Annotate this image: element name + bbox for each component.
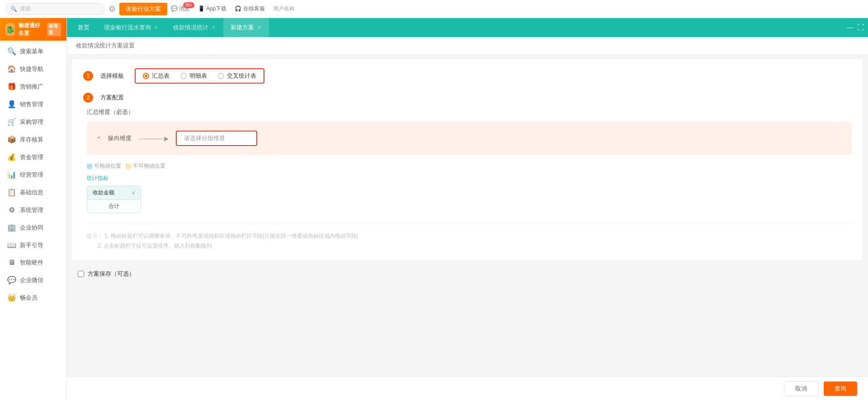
template-options: 汇总表 明细表 交叉统计表 [135,68,264,84]
operations-icon: 📊 [7,170,16,179]
sidebar-label-hardware: 智能硬件 [20,259,43,267]
legend-fixed-label: 不可拖动位置 [133,162,165,170]
tab-bar-right: — ⛶ [846,24,864,32]
metrics-header[interactable]: 收款金额 ∨ [87,186,141,200]
main-layout: 🐉 畅捷通好生意 标准版 🔍 搜索菜单 🏠 快捷导航 🎁 营销推广 👤 销售管理 [0,18,868,400]
sidebar-label-basic-info: 基础信息 [20,188,43,197]
sidebar-item-guide[interactable]: 📖 新手引导 [0,236,66,254]
sidebar-label-marketing: 营销推广 [20,83,43,91]
radio-label-cross: 交叉统计表 [227,72,256,80]
sidebar-item-hardware[interactable]: 🖥 智能硬件 [0,254,66,271]
tab-bar: 首页 现金银行流水查询 × 收款情况统计 × 新建方案 × — ⛶ [67,18,868,37]
sidebar-label-finance: 资金管理 [20,153,43,161]
sidebar-item-operations[interactable]: 📊 经营管理 [0,166,66,184]
dimension-area: * 纵向维度 ———— ▶ 请选择分组维度 [87,122,852,155]
sidebar-label-system: 系统管理 [20,206,43,214]
tab-home[interactable]: 首页 [71,18,97,37]
sidebar-item-wechat[interactable]: 💬 企业微信 [0,271,66,289]
legend-fixed: 不可拖动位置 [126,162,165,170]
save-label: 方案保存（可选） [88,270,135,278]
radio-cross[interactable]: 交叉统计表 [218,72,256,80]
sidebar-label-member: 畅会员 [20,294,38,302]
step1-label: 选择模板 [100,72,124,80]
radio-label-summary: 汇总表 [152,72,170,80]
step1-badge: 1 [83,71,93,81]
dimension-row: * 纵向维度 ———— ▶ 请选择分组维度 [98,131,841,146]
step2-row: 2 方案配置 [83,93,852,103]
legend-draggable-label: 可拖动位置 [94,162,121,170]
sidebar-label-operations: 经营管理 [20,171,43,179]
sidebar-item-member[interactable]: 👑 畅会员 [0,289,66,306]
tab-fullscreen-button[interactable]: ⛶ [857,24,864,32]
tab-close-collection-stats[interactable]: × [211,24,216,32]
sidebar-item-sales[interactable]: 👤 销售管理 [0,95,66,113]
sidebar-label-wechat: 企业微信 [20,276,43,284]
sidebar-label-guide: 新手引导 [20,241,43,249]
sidebar-menu: 🔍 搜索菜单 🏠 快捷导航 🎁 营销推广 👤 销售管理 🛒 采购管理 📦 [0,41,66,400]
dimension-label: 纵向维度 [108,134,132,142]
sidebar-item-enterprise[interactable]: 🏢 企业协同 [0,219,66,236]
dimension-select-placeholder: 请选择分组维度 [184,135,225,141]
radio-summary[interactable]: 汇总表 [143,72,170,80]
guide-icon: 📖 [7,241,16,249]
save-checkbox[interactable] [78,271,84,277]
search-bar[interactable]: 🔍 搜索 [5,3,105,15]
legend-dot-draggable [87,164,92,169]
radio-detail[interactable]: 明细表 [180,72,207,80]
sidebar-item-marketing[interactable]: 🎁 营销推广 [0,78,66,95]
logo-area: 🐉 畅捷通好生意 标准版 [0,18,66,41]
message-badge: 99+ [183,2,194,8]
hint-item-1: 1. 拖动标题栏可以调整布局，不可跨维度或指标区域拖动栏目字段(只能在同一维度或… [104,233,358,239]
radio-circle-summary [143,73,149,79]
sidebar-item-finance[interactable]: 💰 资金管理 [0,148,66,166]
metrics-dropdown-arrow[interactable]: ∨ [132,190,135,196]
page-content: 收款情况统计方案设置 1 选择模板 汇总表 明细表 [67,37,868,400]
hint-title: 提示： [87,233,103,239]
tab-close-new-plan[interactable]: × [257,24,262,32]
sidebar-label-search-menu: 搜索菜单 [20,47,43,56]
sidebar-item-search-menu[interactable]: 🔍 搜索菜单 [0,42,66,60]
finance-icon: 💰 [7,153,16,161]
radio-label-detail: 明细表 [189,72,207,80]
hint-item-2: 2. 点击标题栏下拉可设置排序、插入列和删除列 [98,243,212,249]
metrics-table: 收款金额 ∨ 合计 [87,186,141,213]
metrics-title: 统计指标 [87,174,852,182]
sidebar-item-inventory[interactable]: 📦 库存核算 [0,131,66,148]
purchase-icon: 🛒 [7,118,16,126]
tab-collection-stats[interactable]: 收款情况统计 × [166,18,223,37]
sidebar-label-purchase: 采购管理 [20,118,43,126]
search-icon: 🔍 [10,6,17,12]
message-button[interactable]: 💬 消息 99+ [171,5,190,13]
top-right-actions: 💬 消息 99+ 📱 App下载 🎧 在线客服 用户名称 [171,5,295,13]
metrics-header-label: 收款金额 [93,189,114,197]
required-star: * [98,135,100,142]
inventory-icon: 📦 [7,135,16,144]
app-download-button[interactable]: 📱 App下载 [198,5,226,13]
dimension-select[interactable]: 请选择分组维度 [176,131,257,146]
tab-close-bank-flow[interactable]: × [154,24,159,32]
save-section: 方案保存（可选） [67,264,868,283]
settings-button[interactable]: ⚙ [108,4,116,14]
legend-dot-fixed [126,164,131,169]
tab-new-plan[interactable]: 新建方案 × [223,18,269,37]
online-service-button[interactable]: 🎧 在线客服 [235,5,264,13]
sidebar-item-basic-info[interactable]: 📋 基础信息 [0,184,66,201]
step2-badge: 2 [83,93,93,103]
cancel-button[interactable]: 取消 [784,381,818,396]
metrics-section: 可拖动位置 不可拖动位置 统计指标 收款金额 [87,162,852,215]
sidebar: 🐉 畅捷通好生意 标准版 🔍 搜索菜单 🏠 快捷导航 🎁 营销推广 👤 销售管理 [0,18,67,400]
tab-bank-flow[interactable]: 现金银行流水查询 × [97,18,166,37]
arrow-line: ———— ▶ [139,135,169,142]
dimension-title: 汇总维度（必选） [87,108,852,116]
sidebar-item-purchase[interactable]: 🛒 采购管理 [0,113,66,131]
trial-button[interactable]: 体验行业方案 [119,3,167,15]
sidebar-item-quick-nav[interactable]: 🏠 快捷导航 [0,60,66,78]
search-placeholder: 搜索 [20,5,31,13]
query-button[interactable]: 查询 [824,381,857,396]
tab-minimize-button[interactable]: — [846,24,854,32]
hint-text: 提示： 1. 拖动标题栏可以调整布局，不可跨维度或指标区域拖动栏目字段(只能在同… [87,231,852,251]
sidebar-item-system[interactable]: ⚙ 系统管理 [0,201,66,219]
logo-name: 畅捷通好生意 [19,22,43,37]
sidebar-label-sales: 销售管理 [20,100,43,108]
metrics-legend-row: 可拖动位置 不可拖动位置 [87,162,852,170]
